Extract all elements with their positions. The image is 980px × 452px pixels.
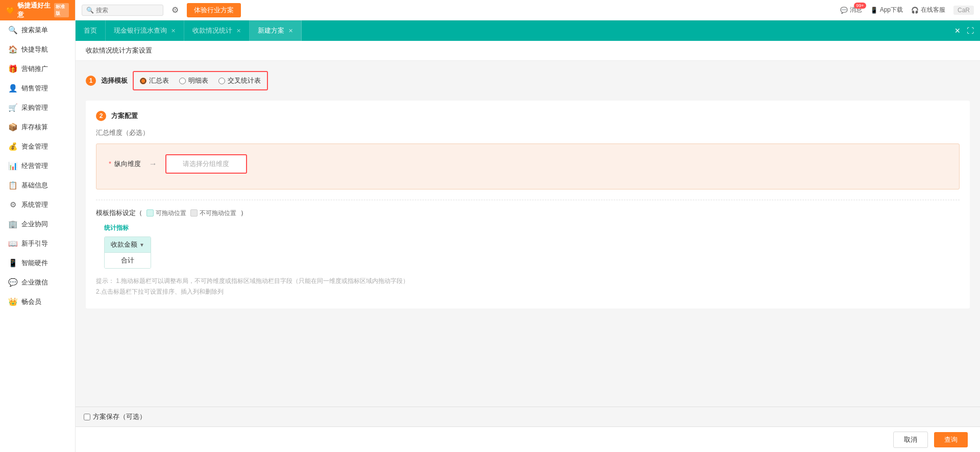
sidebar-item-label: 系统管理	[21, 200, 48, 209]
radio-detail-input[interactable]	[179, 78, 186, 84]
sidebar-item-label: 销售管理	[21, 84, 48, 93]
industry-button[interactable]: 体验行业方案	[187, 3, 241, 17]
settings-icon: ⚙	[8, 200, 17, 209]
radio-detail-label: 明细表	[188, 76, 208, 85]
radio-summary[interactable]: 汇总表	[140, 76, 169, 85]
book-icon: 📖	[8, 239, 17, 248]
radio-summary-label: 汇总表	[149, 76, 169, 85]
sidebar-item-label: 采购管理	[21, 103, 48, 112]
metrics-card-title: 收款金额	[111, 240, 137, 249]
sidebar-item-label: 基础信息	[21, 181, 48, 190]
support-label: 在线客服	[921, 6, 945, 14]
tab-new-plan[interactable]: 新建方案 ✕	[250, 20, 302, 41]
step2-number: 2	[96, 111, 106, 121]
sidebar-item-label: 营销推广	[21, 64, 48, 74]
edition-badge: 标准版	[54, 3, 69, 17]
footer-section: 方案保存（可选）	[76, 407, 980, 426]
save-checkbox[interactable]	[84, 414, 90, 420]
tab-bank-close[interactable]: ✕	[171, 28, 176, 34]
maximize-button[interactable]: ⛶	[967, 27, 974, 35]
sidebar-item-hardware[interactable]: 📱 智能硬件	[0, 253, 75, 273]
crown-icon: 👑	[8, 297, 17, 306]
tab-new-plan-close[interactable]: ✕	[288, 28, 293, 34]
arrow-icon: →	[149, 159, 157, 169]
sidebar: 🧡 畅捷通好生意 标准版 🔍 搜索菜单 🏠 快捷导航 🎁 营销推广 👤 销售管理…	[0, 0, 76, 452]
sidebar-item-finance[interactable]: 💰 资金管理	[0, 137, 75, 156]
user-info[interactable]: CaR	[953, 6, 974, 15]
tab-home[interactable]: 首页	[76, 20, 106, 41]
settings-button[interactable]: ⚙	[172, 5, 179, 15]
bottom-bar: 取消 查询	[76, 426, 980, 452]
search-icon: 🔍	[8, 26, 17, 35]
page-title: 收款情况统计方案设置	[86, 46, 152, 54]
radio-cross-input[interactable]	[218, 78, 225, 84]
draggable-dot	[146, 209, 154, 217]
sidebar-item-label: 智能硬件	[21, 258, 48, 268]
radio-cross[interactable]: 交叉统计表	[218, 76, 261, 85]
sidebar-item-label: 快捷导航	[21, 45, 48, 54]
sidebar-item-member[interactable]: 👑 畅会员	[0, 292, 75, 312]
dimension-placeholder[interactable]: 请选择分组维度	[165, 154, 247, 174]
cart-icon: 🛒	[8, 103, 17, 112]
user-text: CaR	[958, 7, 970, 14]
tip-1: 提示： 1.拖动标题栏可以调整布局，不可跨维度或指标区域拖动栏目字段（只能在同一…	[96, 277, 960, 286]
topbar-actions: 💬 消息 99+ 📱 App下载 🎧 在线客服 CaR	[840, 6, 974, 15]
gift-icon: 🎁	[8, 64, 17, 74]
metrics-group-label: 统计指标	[104, 224, 960, 232]
sidebar-item-label: 搜索菜单	[21, 26, 48, 35]
radio-detail[interactable]: 明细表	[179, 76, 208, 85]
sidebar-item-label: 企业微信	[21, 278, 48, 287]
step2-header: 2 方案配置	[96, 111, 960, 121]
query-button[interactable]: 查询	[934, 432, 968, 447]
metrics-closing: ）	[240, 208, 247, 218]
building-icon: 🏢	[8, 220, 17, 229]
clipboard-icon: 📋	[8, 181, 17, 190]
download-icon: 📱	[870, 7, 878, 14]
tab-receipt-close[interactable]: ✕	[236, 28, 241, 34]
search-input[interactable]	[96, 7, 157, 14]
tab-receipt[interactable]: 收款情况统计 ✕	[184, 20, 250, 41]
sidebar-item-label: 资金管理	[21, 142, 48, 151]
download-item[interactable]: 📱 App下载	[870, 6, 903, 14]
save-checkbox-label[interactable]: 方案保存（可选）	[84, 412, 146, 421]
content-area: 收款情况统计方案设置 1 选择模板 汇总表 明细表	[76, 41, 980, 452]
metrics-card[interactable]: 收款金额 ▼ 合计	[104, 236, 151, 269]
sidebar-item-newbie[interactable]: 📖 新手引导	[0, 234, 75, 253]
radio-summary-input[interactable]	[140, 78, 146, 84]
sidebar-item-wechat[interactable]: 💬 企业微信	[0, 273, 75, 292]
box-icon: 📦	[8, 123, 17, 132]
sidebar-item-sales[interactable]: 👤 销售管理	[0, 79, 75, 98]
sidebar-item-marketing[interactable]: 🎁 营销推广	[0, 59, 75, 79]
topbar: 🔍 ⚙ 体验行业方案 💬 消息 99+ 📱 App下载 🎧 在线客服 CaR	[76, 0, 980, 20]
vertical-label: * 纵向维度	[109, 159, 141, 169]
close-all-button[interactable]: ✕	[954, 27, 961, 35]
save-label-text: 方案保存（可选）	[93, 412, 146, 421]
sidebar-item-basic[interactable]: 📋 基础信息	[0, 176, 75, 195]
sidebar-item-search[interactable]: 🔍 搜索菜单	[0, 20, 75, 40]
sidebar-item-operation[interactable]: 📊 经营管理	[0, 156, 75, 176]
non-draggable-label: 不可拖动位置	[200, 209, 236, 218]
message-item[interactable]: 💬 消息 99+	[840, 6, 862, 14]
sidebar-item-inventory[interactable]: 📦 库存核算	[0, 117, 75, 137]
tab-bank[interactable]: 现金银行流水查询 ✕	[106, 20, 184, 41]
sidebar-item-quick-nav[interactable]: 🏠 快捷导航	[0, 40, 75, 59]
search-box[interactable]: 🔍	[82, 5, 163, 16]
support-item[interactable]: 🎧 在线客服	[911, 6, 945, 14]
tab-new-plan-label: 新建方案	[258, 26, 284, 35]
page-header: 收款情况统计方案设置	[76, 41, 980, 61]
cancel-button[interactable]: 取消	[893, 432, 928, 448]
sidebar-item-system[interactable]: ⚙ 系统管理	[0, 195, 75, 215]
message-badge: 99+	[854, 3, 866, 9]
metrics-card-body: 合计	[105, 252, 151, 268]
sidebar-item-label: 新手引导	[21, 239, 48, 248]
support-icon: 🎧	[911, 7, 919, 14]
sidebar-item-enterprise[interactable]: 🏢 企业协同	[0, 215, 75, 234]
dimension-area: * 纵向维度 → 请选择分组维度	[96, 144, 960, 189]
chat-icon: 💬	[8, 278, 17, 287]
money-icon: 💰	[8, 142, 17, 151]
sidebar-item-label: 畅会员	[21, 297, 41, 306]
metrics-card-header[interactable]: 收款金额 ▼	[105, 237, 151, 252]
sidebar-item-purchase[interactable]: 🛒 采购管理	[0, 98, 75, 117]
sidebar-item-label: 库存核算	[21, 123, 48, 132]
tabbar: 首页 现金银行流水查询 ✕ 收款情况统计 ✕ 新建方案 ✕ ✕ ⛶	[76, 20, 980, 41]
